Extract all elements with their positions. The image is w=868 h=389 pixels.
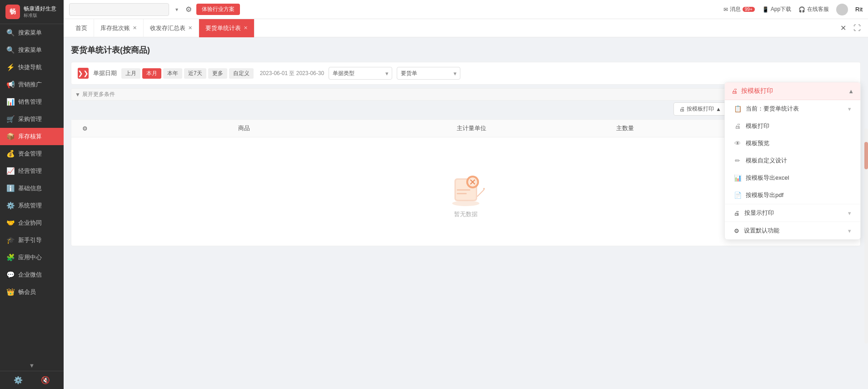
date-filter-buttons: 上月 本月 本年 近7天 更多 自定义 [121, 68, 254, 79]
nav-icon-apps: 🧩 [6, 253, 15, 262]
close-collect-payment-tab[interactable]: ✕ [188, 25, 192, 31]
logo-icon: 畅 [5, 5, 20, 19]
filter-expand-icon[interactable]: ❯❯ [78, 68, 89, 79]
dropdown-title-group: 🖨 按模板打印 [731, 87, 773, 95]
nav-label-sales: 销售管理 [18, 98, 42, 106]
topbar-search-box[interactable] [69, 3, 169, 16]
nav-label-operation: 经营管理 [18, 167, 42, 175]
trial-industry-button[interactable]: 体验行业方案 [196, 4, 240, 15]
window-maximize-button[interactable]: ⛶ [852, 23, 863, 33]
set-default-chevron-icon: ▾ [848, 227, 851, 234]
sidebar-item-purchase[interactable]: 🛒 采购管理 [0, 111, 64, 128]
sidebar-item-wechat[interactable]: 💬 企业微信 [0, 266, 64, 283]
sidebar-item-inventory[interactable]: 📦 库存核算 [0, 128, 64, 145]
dropdown-current-label: 当前：要货单统计表 [746, 105, 799, 113]
nav-icon-shortcut: ⚡ [6, 63, 15, 71]
th-unit: 主计量单位 [394, 120, 548, 137]
nav-label-search: 搜索菜单 [18, 46, 42, 54]
sidebar-item-marketing[interactable]: 📢 营销推广 [0, 76, 64, 93]
print-icon: 🖨 [679, 106, 685, 112]
chevron-down-icon: ▼ [29, 362, 35, 369]
date-btn-this-month[interactable]: 本月 [142, 68, 161, 79]
topbar: ▾ ⚙ 体验行业方案 ✉ 消息 99+ 📱 App下载 🎧 在线客服 Rit [64, 0, 868, 19]
dropdown-export-pdf[interactable]: 📄 按模板导出pdf [725, 187, 860, 204]
print-template-button[interactable]: 🖨 按模板打印 ▲ [673, 102, 727, 116]
sidebar-item-apps[interactable]: 🧩 应用中心 [0, 249, 64, 266]
nav-label-vip: 畅会员 [18, 288, 36, 296]
tab-home[interactable]: 首页 [69, 19, 94, 37]
service-icon: 🎧 [798, 6, 805, 13]
search-chevron-icon[interactable]: ▾ [175, 6, 178, 13]
dropdown-display-print-icon: 🖨 [734, 210, 740, 217]
column-settings-icon[interactable]: ⚙ [82, 125, 88, 132]
nav-icon-search: 🔍 [6, 46, 15, 54]
nav-icon-marketing: 📢 [6, 81, 15, 89]
sidebar-item-collab[interactable]: 🤝 企业协同 [0, 214, 64, 232]
tab-collect-payment-label: 收发存汇总表 [150, 24, 185, 32]
topbar-gear-icon[interactable]: ⚙ [185, 5, 192, 14]
order-type-filter-select[interactable]: 要货单 [397, 67, 460, 80]
date-btn-more[interactable]: 更多 [208, 68, 227, 79]
dropdown-template-design[interactable]: ✏ 模板自定义设计 [725, 152, 860, 169]
nav-icon-sales: 📊 [6, 98, 15, 106]
dropdown-set-default[interactable]: ⚙ 设置默认功能 ▾ [725, 222, 860, 239]
sidebar-item-basic[interactable]: ℹ️ 基础信息 [0, 180, 64, 197]
date-range-display: 2023-06-01 至 2023-06-30 [260, 70, 324, 77]
dropdown-template-print[interactable]: 🖨 模板打印 [725, 117, 860, 135]
dropdown-export-excel[interactable]: 📊 按模板导出excel [725, 169, 860, 187]
dropdown-document-icon: 📋 [734, 105, 741, 112]
nav-label-shortcut: 快捷导航 [18, 63, 42, 71]
mute-icon[interactable]: 🔇 [41, 376, 50, 384]
dropdown-display-print[interactable]: 🖨 按显示打印 ▾ [725, 204, 860, 222]
sidebar-item-newbie[interactable]: 🎓 新手引导 [0, 232, 64, 249]
settings-icon[interactable]: ⚙️ [14, 376, 23, 384]
page-title: 要货单统计表(按商品) [71, 45, 861, 56]
tab-window-controls: ✕ ⛶ [838, 23, 863, 33]
avatar[interactable] [836, 4, 848, 15]
sidebar-item-sales[interactable]: 📊 销售管理 [0, 93, 64, 111]
nav-icon-vip: 👑 [6, 288, 15, 296]
type-filter-select[interactable]: 单据类型 [329, 67, 392, 80]
sidebar-item-operation[interactable]: 📈 经营管理 [0, 162, 64, 180]
dropdown-template-preview[interactable]: 👁 模板预览 [725, 135, 860, 152]
sidebar-item-shortcut[interactable]: ⚡ 快捷导航 [0, 59, 64, 76]
dropdown-set-default-icon: ⚙ [734, 227, 739, 234]
dropdown-export-excel-label: 按模板导出excel [746, 174, 789, 182]
expand-down-icon: ▼ [75, 91, 80, 98]
window-minimize-button[interactable]: ✕ [838, 23, 848, 33]
nav-label-purchase: 采购管理 [18, 115, 42, 123]
close-order-stats-tab[interactable]: ✕ [244, 25, 248, 31]
nav-label-newbie: 新手引导 [18, 236, 42, 244]
dropdown-header: 🖨 按模板打印 ▲ [725, 82, 860, 100]
sidebar-item-system[interactable]: ⚙️ 系统管理 [0, 197, 64, 214]
dropdown-printer-icon: 🖨 [734, 122, 741, 130]
date-btn-custom[interactable]: 自定义 [229, 68, 254, 79]
message-button[interactable]: ✉ 消息 99+ [723, 5, 755, 13]
sidebar: 畅 畅康通好生意 标准版 🔍 搜索菜单 🔍 搜索菜单 ⚡ 快捷导航 📢 营销推广… [0, 0, 64, 389]
sidebar-search[interactable]: 🔍 搜索菜单 [0, 24, 64, 41]
app-download-button[interactable]: 📱 App下载 [762, 5, 791, 13]
online-service-button[interactable]: 🎧 在线客服 [798, 5, 829, 13]
nav-icon-basic: ℹ️ [6, 184, 15, 192]
tab-collect-payment[interactable]: 收发存汇总表 ✕ [144, 19, 199, 37]
nav-icon-wechat: 💬 [6, 271, 15, 279]
nav-icon-purchase: 🛒 [6, 115, 15, 123]
dropdown-eye-icon: 👁 [734, 140, 741, 147]
tab-inventory-batch[interactable]: 库存批次账 ✕ [94, 19, 144, 37]
sidebar-item-finance[interactable]: 💰 资金管理 [0, 145, 64, 162]
date-btn-7days[interactable]: 近7天 [184, 68, 206, 79]
sidebar-item-vip[interactable]: 👑 畅会员 [0, 283, 64, 301]
search-input[interactable] [73, 6, 165, 13]
dropdown-current-template[interactable]: 📋 当前：要货单统计表 ▾ [725, 100, 860, 117]
dropdown-chevron-up-icon[interactable]: ▲ [848, 88, 854, 95]
close-inventory-batch-tab[interactable]: ✕ [133, 25, 137, 31]
scroll-indicator[interactable] [864, 128, 868, 344]
sidebar-scroll-down[interactable]: ▼ [0, 360, 64, 371]
dropdown-controls: ▲ [848, 88, 854, 95]
sidebar-item-search[interactable]: 🔍 搜索菜单 [0, 41, 64, 59]
date-btn-last-month[interactable]: 上月 [121, 68, 140, 79]
nav-icon-newbie: 🎓 [6, 236, 15, 244]
date-btn-this-year[interactable]: 本年 [163, 68, 182, 79]
nav-icon-operation: 📈 [6, 167, 15, 175]
tab-order-stats[interactable]: 要货单统计表 ✕ [199, 19, 254, 37]
